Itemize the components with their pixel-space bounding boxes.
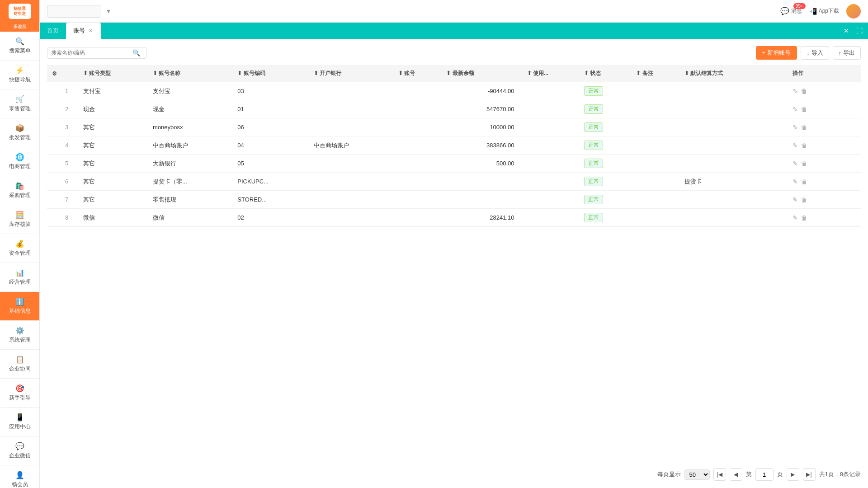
edit-icon[interactable]: ✎ <box>793 160 798 167</box>
row-index: 8 <box>61 209 80 227</box>
logo-icon: 畅捷通财生意 <box>9 4 31 19</box>
export-button[interactable]: ↑ 导出 <box>833 46 861 60</box>
total-label: 共1页，8条记录 <box>819 470 861 479</box>
edit-icon[interactable]: ✎ <box>793 106 798 113</box>
page-next-button[interactable]: ▶ <box>787 468 799 481</box>
col-balance[interactable]: ⬆ 最新余额 <box>443 65 523 82</box>
sidebar-item-member[interactable]: 👤 畅会员 <box>0 465 39 488</box>
col-note[interactable]: ⬆ 备注 <box>632 65 680 82</box>
col-type[interactable]: ⬆ 账号类型 <box>80 65 149 82</box>
search-icon[interactable]: 🔍 <box>132 49 140 56</box>
sidebar-item-search-menu[interactable]: 🔍 搜索菜单 <box>0 32 39 61</box>
tab-fullscreen-icon[interactable]: ⛶ <box>854 27 864 34</box>
row-bank <box>310 155 395 173</box>
page-input[interactable] <box>755 468 774 481</box>
sidebar-item-label: 企业协同 <box>9 365 31 373</box>
edit-icon[interactable]: ✎ <box>793 178 798 185</box>
col-account[interactable]: ⬆ 账号 <box>395 65 443 82</box>
col-usage[interactable]: ⬆ 使用... <box>524 65 580 82</box>
row-gear <box>47 136 61 155</box>
tab-close-icon[interactable]: ✕ <box>88 28 94 34</box>
tab-account[interactable]: 账号 ✕ <box>66 23 101 39</box>
row-actions: ✎ 🗑 <box>789 100 861 118</box>
delete-icon[interactable]: 🗑 <box>801 88 807 95</box>
edit-icon[interactable]: ✎ <box>793 124 798 131</box>
gear-icon[interactable]: ⚙ <box>52 70 57 77</box>
app-label: App下载 <box>819 7 839 15</box>
page-prev-button[interactable]: ◀ <box>730 468 742 481</box>
col-default-payment[interactable]: ⬆ 默认结算方式 <box>681 65 789 82</box>
topbar: ▾ 💬 消息 99+ 📲 App下载 <box>40 0 868 23</box>
delete-icon[interactable]: 🗑 <box>801 106 807 113</box>
tab-close-all-icon[interactable]: ✕ <box>840 27 853 34</box>
col-name[interactable]: ⬆ 账号名称 <box>149 65 234 82</box>
row-note <box>632 155 680 173</box>
row-bank: 中百商场账户 <box>310 136 395 155</box>
edit-icon[interactable]: ✎ <box>793 214 798 221</box>
delete-icon[interactable]: 🗑 <box>801 160 807 167</box>
row-index: 3 <box>61 118 80 136</box>
row-actions: ✎ 🗑 <box>789 209 861 227</box>
sidebar-item-fund-mgmt[interactable]: 💰 资金管理 <box>0 234 39 263</box>
row-default-payment <box>681 209 789 227</box>
row-note <box>632 209 680 227</box>
row-default-payment <box>681 191 789 209</box>
row-bank <box>310 191 395 209</box>
row-account <box>395 82 443 100</box>
row-usage <box>524 209 580 227</box>
sidebar-item-system-mgmt[interactable]: ⚙️ 系统管理 <box>0 321 39 350</box>
delete-icon[interactable]: 🗑 <box>801 178 807 185</box>
row-account <box>395 155 443 173</box>
sidebar-item-label: 经营管理 <box>9 278 31 286</box>
page-size-select[interactable]: 50 100 <box>684 469 710 480</box>
search-input[interactable] <box>51 50 132 56</box>
sidebar-item-label: 资金管理 <box>9 249 31 257</box>
edit-icon[interactable]: ✎ <box>793 196 798 203</box>
sidebar-item-label: 企业微信 <box>9 452 31 460</box>
row-status: 正常 <box>580 118 633 136</box>
sidebar-item-label: 基础信息 <box>9 307 31 315</box>
col-code[interactable]: ⬆ 账号编码 <box>234 65 310 82</box>
page-first-button[interactable]: |◀ <box>713 468 726 481</box>
row-status: 正常 <box>580 209 633 227</box>
top-search-input[interactable] <box>47 5 101 18</box>
sidebar-item-inventory-calc[interactable]: 🧮 库存核算 <box>0 205 39 234</box>
new-account-button[interactable]: + 新增账号 <box>756 46 797 60</box>
col-status[interactable]: ⬆ 状态 <box>580 65 633 82</box>
sidebar-item-retail-mgmt[interactable]: 🛒 零售管理 <box>0 89 39 118</box>
import-label: 导入 <box>811 49 823 57</box>
sidebar-item-purchase-mgmt[interactable]: 🛍️ 采购管理 <box>0 176 39 205</box>
app-download-button[interactable]: 📲 App下载 <box>809 7 839 15</box>
sidebar-item-ecommerce-mgmt[interactable]: 🌐 电商管理 <box>0 147 39 176</box>
sidebar-item-label: 零售管理 <box>9 105 31 113</box>
sidebar-item-enterprise-wechat[interactable]: 💬 企业微信 <box>0 436 39 465</box>
delete-icon[interactable]: 🗑 <box>801 214 807 221</box>
import-button[interactable]: ↓ 导入 <box>801 46 829 60</box>
sidebar-item-enterprise-protocol[interactable]: 📋 企业协同 <box>0 350 39 379</box>
page-last-button[interactable]: ▶| <box>803 468 816 481</box>
delete-icon[interactable]: 🗑 <box>801 142 807 149</box>
sidebar-item-wholesale-mgmt[interactable]: 📦 批发管理 <box>0 118 39 147</box>
tab-account-label: 账号 <box>73 27 85 35</box>
col-bank[interactable]: ⬆ 开户银行 <box>310 65 395 82</box>
row-index: 5 <box>61 155 80 173</box>
sidebar-item-app-center[interactable]: 📱 应用中心 <box>0 408 39 436</box>
tab-home[interactable]: 首页 <box>40 23 66 39</box>
sidebar-item-basic-info[interactable]: ℹ️ 基础信息 <box>0 292 39 321</box>
row-code: PICKUPC... <box>234 173 310 191</box>
delete-icon[interactable]: 🗑 <box>801 196 807 203</box>
sidebar-item-operation-mgmt[interactable]: 📊 经营管理 <box>0 263 39 292</box>
row-name: 大新银行 <box>149 155 234 173</box>
row-index: 1 <box>61 82 80 100</box>
row-status: 正常 <box>580 82 633 100</box>
message-button[interactable]: 💬 消息 99+ <box>780 7 802 15</box>
avatar[interactable] <box>846 4 861 19</box>
row-name: 微信 <box>149 209 234 227</box>
sidebar-item-quick-nav[interactable]: ⚡ 快捷导航 <box>0 61 39 89</box>
edit-icon[interactable]: ✎ <box>793 88 798 95</box>
delete-icon[interactable]: 🗑 <box>801 124 807 131</box>
edit-icon[interactable]: ✎ <box>793 142 798 149</box>
sidebar-item-newbie-guide[interactable]: 🎯 新手引导 <box>0 379 39 408</box>
row-account <box>395 173 443 191</box>
topbar-expand-icon[interactable]: ▾ <box>107 7 110 15</box>
